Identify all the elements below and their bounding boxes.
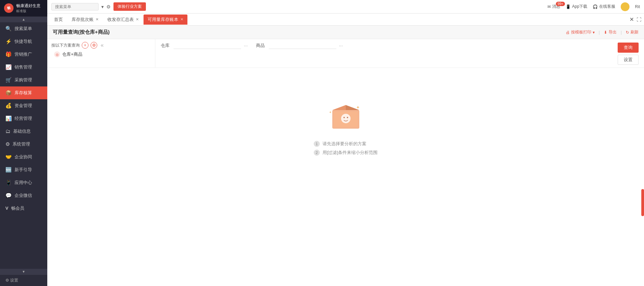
filter-goods-field: 商品 ··· [256, 42, 343, 49]
goods-more-btn[interactable]: ··· [339, 43, 343, 48]
refresh-btn[interactable]: ↻ 刷新 [626, 29, 639, 35]
filter-label-row: 按以下方案查询 + ⚙ « [51, 42, 151, 49]
topbar-right: ✉ 消息 99+ 📱 App下载 🎧 在线客服 Rit [547, 2, 640, 11]
purchase-icon: 🛒 [5, 77, 12, 83]
sidebar-scroll-up[interactable]: ▲ [0, 17, 47, 22]
svg-text:✦: ✦ [356, 105, 360, 110]
industry-btn[interactable]: 体验行业方案 [113, 2, 146, 11]
search-icon: 🔍 [5, 26, 12, 32]
page-container: 可用量查询(按仓库+商品) 🖨 按模板打印 ▾ | ⬇ 导出 | ↻ [47, 26, 644, 286]
topbar-app-download[interactable]: 📱 App下载 [566, 4, 587, 9]
svg-point-5 [343, 117, 345, 118]
enterprise-wechat-icon: 💬 [5, 192, 12, 199]
tabsbar-close-btn[interactable]: ✕ [629, 16, 634, 23]
refresh-icon: ↻ [626, 30, 629, 35]
sidebar-item-basic-info[interactable]: 🗂 基础信息 [0, 125, 47, 138]
finance-icon: 💰 [5, 103, 12, 109]
tab-available-stock[interactable]: 可用量库存账本 ✕ [144, 15, 187, 25]
sidebar-item-inventory[interactable]: 📦 库存核算 [0, 86, 47, 99]
print-icon: 🖨 [566, 30, 570, 35]
print-dropdown-icon: ▾ [593, 30, 595, 35]
settings-btn[interactable]: 设置 [618, 55, 639, 65]
sidebar-scroll-down[interactable]: ▼ [0, 269, 47, 275]
tip-num-2: 2 [314, 150, 320, 156]
topbar-msg-btn[interactable]: ✉ 消息 99+ [547, 4, 560, 9]
page-title: 可用量查询(按仓库+商品) [53, 29, 110, 35]
sidebar-item-member[interactable]: V 畅会员 [0, 202, 47, 215]
print-template-btn[interactable]: 🖨 按模板打印 ▾ [566, 29, 595, 35]
warehouse-more-btn[interactable]: ··· [244, 43, 248, 48]
brand-name: 畅康通好生意 标准版 [16, 3, 41, 13]
svg-marker-1 [332, 105, 346, 110]
filter-left-panel: 按以下方案查询 + ⚙ « ◎ 仓库+商品 [47, 39, 155, 68]
tab-home[interactable]: 首页 [50, 15, 67, 25]
service-icon: 🎧 [593, 4, 598, 9]
sidebar-items-container: 🔍 搜索菜单 ⚡ 快捷导航 🎁 营销推广 📈 销售管理 🛒 采购管理 📦 库存核… [0, 22, 47, 269]
tab-batch-ledger[interactable]: 库存批次账 ✕ [68, 15, 103, 25]
filter-setting-btn[interactable]: ⚙ [91, 42, 97, 49]
shortcut-icon: ⚡ [5, 38, 12, 45]
filter-warehouse-field: 仓库 ··· [161, 42, 248, 49]
export-btn[interactable]: ⬇ 导出 [604, 29, 617, 35]
sidebar-item-sales[interactable]: 📈 销售管理 [0, 61, 47, 74]
empty-tips: 1 请先选择要分析的方案 2 用[过滤]条件来缩小分析范围 [314, 141, 378, 156]
sidebar-item-system[interactable]: ⚙ 系统管理 [0, 138, 47, 151]
main-area: ▾ ⚙ 体验行业方案 ✉ 消息 99+ 📱 App下载 🎧 在线客服 Rit 首… [47, 0, 644, 286]
sidebar-header: 畅 畅康通好生意 标准版 [0, 0, 47, 17]
operation-icon: 📊 [5, 115, 12, 122]
goods-label: 商品 [256, 43, 266, 49]
sidebar-item-search[interactable]: 🔍 搜索菜单 [0, 22, 47, 35]
sidebar-item-enterprise[interactable]: 🤝 企业协同 [0, 151, 47, 163]
topbar: ▾ ⚙ 体验行业方案 ✉ 消息 99+ 📱 App下载 🎧 在线客服 Rit [47, 0, 644, 14]
empty-tip-2: 2 用[过滤]条件来缩小分析范围 [314, 150, 378, 156]
tab-close-receive-summary[interactable]: ✕ [136, 17, 139, 22]
sidebar: 畅 畅康通好生意 标准版 ▲ 🔍 搜索菜单 ⚡ 快捷导航 🎁 营销推广 📈 销售… [0, 0, 47, 286]
sidebar-item-purchase[interactable]: 🛒 采购管理 [0, 74, 47, 86]
topbar-online-service[interactable]: 🎧 在线客服 [593, 4, 615, 9]
sidebar-item-shortcut[interactable]: ⚡ 快捷导航 [0, 35, 47, 48]
filter-actions: 查询 设置 [618, 42, 639, 65]
marketing-icon: 🎁 [5, 51, 12, 57]
tab-close-batch-ledger[interactable]: ✕ [96, 17, 99, 22]
app-icon: 📱 [566, 4, 571, 9]
brand-logo-icon: 畅 [4, 3, 14, 13]
username-label[interactable]: Rit [635, 4, 640, 9]
inventory-icon: 📦 [5, 90, 12, 96]
sales-icon: 📈 [5, 64, 12, 70]
filter-add-btn[interactable]: + [82, 42, 88, 49]
filter-collapse-btn[interactable]: « [101, 42, 104, 48]
sidebar-item-marketing[interactable]: 🎁 营销推广 [0, 48, 47, 61]
export-icon: ⬇ [604, 30, 607, 35]
sidebar-item-app-center[interactable]: 📱 应用中心 [0, 176, 47, 189]
topbar-search-input[interactable] [51, 3, 99, 10]
tabsbar-expand-btn[interactable]: ⛶ [637, 17, 641, 22]
filter-scheme-item[interactable]: ◎ 仓库+商品 [51, 50, 151, 59]
topbar-dropdown-btn[interactable]: ▾ [101, 4, 104, 9]
scheme-item-icon: ◎ [54, 51, 60, 57]
goods-input[interactable] [269, 42, 336, 49]
right-edge-bar [641, 189, 644, 216]
user-avatar[interactable] [621, 2, 629, 11]
msg-badge: 99+ [556, 2, 565, 6]
enterprise-icon: 🤝 [5, 154, 12, 160]
tabs-bar: 首页 库存批次账 ✕ 收发存汇总表 ✕ 可用量库存账本 ✕ ✕ ⛶ [47, 14, 644, 26]
member-icon: V [5, 206, 8, 211]
sidebar-item-finance[interactable]: 💰 资金管理 [0, 99, 47, 112]
tabsbar-right: ✕ ⛶ [629, 16, 641, 23]
system-icon: ⚙ [5, 141, 10, 147]
tab-close-available-stock[interactable]: ✕ [180, 17, 183, 22]
sidebar-footer[interactable]: ⚙ 设置 [0, 275, 47, 286]
newbie-icon: 🆕 [5, 167, 12, 173]
sidebar-item-enterprise-wechat[interactable]: 💬 企业微信 [0, 189, 47, 202]
svg-point-4 [341, 114, 351, 123]
sidebar-item-newbie[interactable]: 🆕 新手引导 [0, 163, 47, 176]
warehouse-input[interactable] [174, 42, 241, 49]
content-area: 可用量查询(按仓库+商品) 🖨 按模板打印 ▾ | ⬇ 导出 | ↻ [47, 26, 644, 286]
tab-receive-summary[interactable]: 收发存汇总表 ✕ [103, 15, 143, 25]
svg-point-6 [347, 117, 348, 118]
svg-text:✦: ✦ [329, 110, 332, 114]
basic-info-icon: 🗂 [5, 128, 10, 134]
sidebar-item-operation[interactable]: 📊 经营管理 [0, 112, 47, 125]
topbar-gear-btn[interactable]: ⚙ [106, 4, 111, 9]
query-btn[interactable]: 查询 [618, 43, 639, 53]
